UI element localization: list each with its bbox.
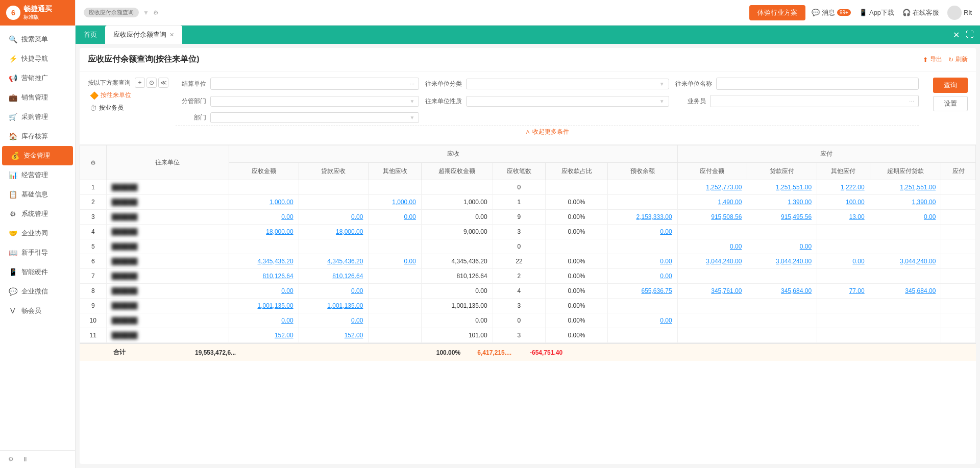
footer-label: 合计 — [108, 348, 190, 357]
online-service-link[interactable]: 🎧 在线客服 — [902, 8, 939, 17]
sidebar-item-vip[interactable]: Ⅴ 畅会员 — [0, 301, 75, 321]
settlement-unit-input[interactable]: ··· — [210, 78, 419, 90]
cell-link[interactable]: 152.00 — [275, 332, 293, 339]
cell-link[interactable]: 152.00 — [345, 332, 363, 339]
cell-link[interactable]: 1,222.00 — [841, 184, 865, 191]
cell-link[interactable]: 0.00 — [281, 213, 293, 220]
department-input[interactable]: ▼ — [210, 112, 419, 123]
cell-link[interactable]: 345,761.00 — [711, 287, 742, 294]
cell-link[interactable]: 810,126.64 — [263, 273, 293, 280]
cell-link[interactable]: 18,000.00 — [336, 228, 363, 235]
cell-link[interactable]: 1,252,773.00 — [706, 184, 742, 191]
setting-button[interactable]: 设置 — [933, 96, 968, 111]
cell-link[interactable]: 810,126.64 — [332, 273, 363, 280]
cell-link[interactable]: 4,345,436.20 — [258, 258, 293, 265]
cell-link[interactable]: 0.00 — [351, 317, 363, 324]
tab-close-window-icon[interactable]: ✕ — [953, 30, 960, 40]
cell-link[interactable]: 0.00 — [852, 258, 864, 265]
cell-link[interactable]: 3,044,240.00 — [900, 258, 936, 265]
cell-link[interactable]: 0.00 — [281, 317, 293, 324]
cell-link[interactable]: 77.00 — [849, 287, 865, 294]
filter-option-partner[interactable]: 🔶 按往来单位 — [88, 90, 169, 101]
collapse-icon[interactable]: ⏸ — [22, 456, 28, 463]
header-actions: 体验行业方案 — [749, 5, 805, 20]
cell-link[interactable]: 1,001,135.00 — [258, 302, 293, 309]
sidebar-item-basics[interactable]: 📋 基础信息 — [0, 185, 75, 204]
cell-link[interactable]: 18,000.00 — [266, 228, 293, 235]
footer-receivable[interactable]: 19,553,472,6... — [190, 349, 241, 356]
supervising-dept-input[interactable]: ▼ — [210, 96, 419, 107]
export-button[interactable]: ⬆ 导出 — [923, 55, 942, 64]
cell-link[interactable]: 1,390.00 — [788, 199, 812, 206]
th-settings[interactable]: ⚙ — [80, 145, 107, 180]
cell-link[interactable]: 1,000.00 — [270, 199, 293, 206]
cell-link[interactable]: 2,153,333.00 — [636, 213, 672, 220]
refresh-button[interactable]: ↻ 刷新 — [948, 55, 968, 64]
add-scheme-button[interactable]: + — [135, 78, 145, 88]
sidebar-item-quicknav[interactable]: ⚡ 快捷导航 — [0, 49, 75, 68]
cell-link[interactable]: 0.00 — [800, 243, 812, 250]
cell-link[interactable]: 1,390.00 — [912, 199, 936, 206]
app-name: 畅捷通买 — [23, 5, 52, 14]
cell-link[interactable]: 655,636.75 — [642, 287, 672, 294]
partner-name-input[interactable] — [716, 78, 919, 90]
cell-link[interactable]: 0.00 — [404, 213, 416, 220]
edit-scheme-button[interactable]: ⊙ — [146, 78, 157, 88]
cell-link[interactable]: 13.00 — [849, 213, 865, 220]
collapse-scheme-button[interactable]: ≪ — [158, 78, 168, 88]
filter-collapse-button[interactable]: ∧ 收起更多条件 — [176, 125, 919, 138]
sidebar-item-guide[interactable]: 📖 新手引导 — [0, 243, 75, 262]
cell-link[interactable]: 0.00 — [351, 213, 363, 220]
partner-nature-input[interactable]: ▼ — [466, 96, 669, 107]
cell-link[interactable]: 3,044,240.00 — [776, 258, 812, 265]
cell-link[interactable]: 0.00 — [660, 317, 672, 324]
sidebar-item-system[interactable]: ⚙ 系统管理 — [0, 204, 75, 224]
sidebar-item-search[interactable]: 🔍 搜索菜单 — [0, 30, 75, 49]
table-row: 6██████4,345,436.204,345,436.200.004,345… — [80, 254, 976, 269]
data-table: ⚙ 往来单位 应收 应付 应收金额 贷款应收 其他应收 超期应收金额 应收笔数 … — [80, 145, 976, 343]
cell-link[interactable]: 1,000.00 — [392, 199, 416, 206]
app-download-link[interactable]: 📱 App下载 — [859, 8, 894, 17]
tab-home[interactable]: 首页 — [76, 26, 105, 44]
sidebar-item-purchase[interactable]: 🛒 采购管理 — [0, 107, 75, 127]
sidebar-item-operations[interactable]: 📊 经营管理 — [0, 165, 75, 185]
settings-gear-icon[interactable]: ⚙ — [153, 9, 159, 16]
query-button[interactable]: 查询 — [933, 78, 968, 93]
filter-option-salesperson[interactable]: ⏱ 按业务员 — [88, 103, 169, 113]
tab-close-icon[interactable]: ✕ — [169, 32, 174, 38]
sidebar-item-finance[interactable]: 💰 资金管理 — [2, 146, 73, 165]
cell-link[interactable]: 100.00 — [846, 199, 865, 206]
partner-category-input[interactable]: ▼ — [466, 79, 669, 89]
sidebar-item-sales[interactable]: 💼 销售管理 — [0, 88, 75, 107]
user-avatar[interactable]: Rit — [947, 6, 972, 20]
solution-button[interactable]: 体验行业方案 — [749, 5, 805, 20]
sidebar-item-collab[interactable]: 🤝 企业协同 — [0, 224, 75, 243]
cell-link[interactable]: 0.00 — [730, 243, 742, 250]
cell-link[interactable]: 0.00 — [351, 287, 363, 294]
messages-icon[interactable]: 💬 消息 99+ — [812, 8, 851, 17]
cell-link[interactable]: 1,490.00 — [718, 199, 742, 206]
cell-link[interactable]: 345,684.00 — [905, 287, 936, 294]
cell-link[interactable]: 1,251,551.00 — [900, 184, 936, 191]
cell-link[interactable]: 0.00 — [281, 287, 293, 294]
cell-link[interactable]: 4,345,436.20 — [327, 258, 363, 265]
cell-link[interactable]: 915,508.56 — [711, 213, 742, 220]
cell-link[interactable]: 0.00 — [660, 228, 672, 235]
sidebar-item-inventory[interactable]: 🏠 库存核算 — [0, 127, 75, 146]
tab-maximize-icon[interactable]: ⛶ — [966, 30, 974, 39]
cell-link[interactable]: 1,251,551.00 — [776, 184, 812, 191]
cell-link[interactable]: 3,044,240.00 — [706, 258, 742, 265]
settings-icon[interactable]: ⚙ — [8, 456, 14, 463]
sidebar-item-wechat[interactable]: 💬 企业微信 — [0, 282, 75, 301]
cell-link[interactable]: 0.00 — [404, 258, 416, 265]
salesperson-input[interactable]: ··· — [710, 95, 919, 107]
cell-link[interactable]: 915,495.56 — [781, 213, 812, 220]
sidebar-item-hardware[interactable]: 📱 智能硬件 — [0, 262, 75, 282]
sidebar-item-marketing[interactable]: 📢 营销推广 — [0, 68, 75, 88]
cell-link[interactable]: 345,684.00 — [781, 287, 812, 294]
cell-link[interactable]: 1,001,135.00 — [327, 302, 363, 309]
cell-link[interactable]: 0.00 — [660, 258, 672, 265]
cell-link[interactable]: 0.00 — [924, 213, 936, 220]
cell-link[interactable]: 0.00 — [660, 273, 672, 280]
tab-receivable[interactable]: 应收应付余额查询 ✕ — [105, 26, 182, 44]
